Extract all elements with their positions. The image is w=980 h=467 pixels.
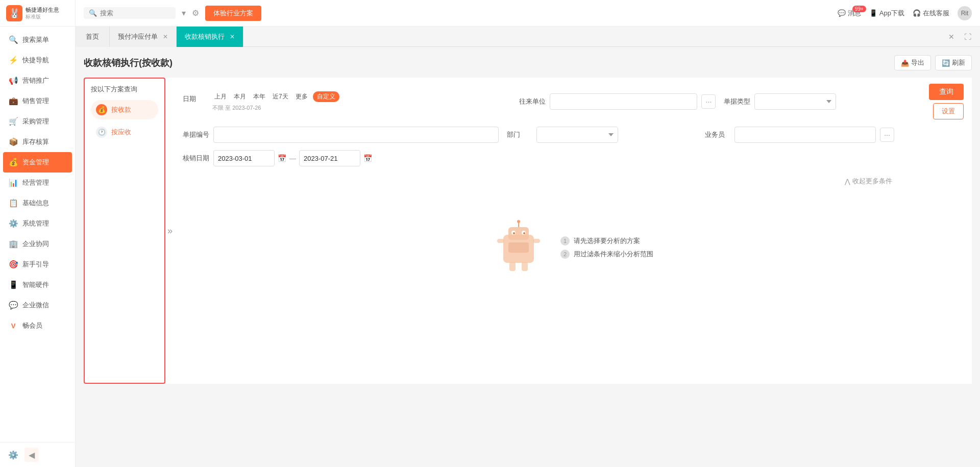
sidebar-item-finance[interactable]: 💰 资金管理 xyxy=(3,152,72,173)
settings-icon[interactable]: ⚙ xyxy=(192,8,199,18)
phone-icon: 📱 xyxy=(869,9,877,17)
sidebar-item-vip[interactable]: V 畅会员 xyxy=(0,315,75,336)
industry-solution-button[interactable]: 体验行业方案 xyxy=(205,6,261,21)
sidebar-item-basic[interactable]: 📋 基础信息 xyxy=(0,193,75,213)
shortcut-this-year[interactable]: 本年 xyxy=(251,91,267,102)
sidebar-item-operations[interactable]: 📊 经营管理 xyxy=(0,173,75,193)
message-button[interactable]: 💬 消息 99+ xyxy=(838,9,861,18)
tab-prepay-label: 预付冲应付单 xyxy=(118,32,158,41)
sidebar-item-label: 企业协同 xyxy=(22,239,49,249)
hint-text-1: 请先选择要分析的方案 xyxy=(574,236,640,245)
form-row-2: 单据编号 部门 业务员 ··· xyxy=(183,127,964,143)
date-to-display: 至 2023-07-26 xyxy=(225,105,261,111)
sidebar-item-search[interactable]: 🔍 搜索菜单 xyxy=(0,30,75,50)
vip-icon: V xyxy=(8,321,18,331)
verify-start-input[interactable] xyxy=(213,150,275,166)
calendar-end-icon[interactable]: 📅 xyxy=(363,154,372,162)
hint-number-1: 1 xyxy=(560,236,570,245)
collapse-button[interactable]: ◀ xyxy=(24,448,39,462)
settings-button[interactable]: ⚙️ xyxy=(6,448,20,462)
tab-prepay-close[interactable]: ✕ xyxy=(163,33,168,40)
export-button[interactable]: 📤 导出 xyxy=(894,55,931,70)
verify-end-input[interactable] xyxy=(299,150,360,166)
setting-button[interactable]: 设置 xyxy=(933,103,964,119)
counterpart-input[interactable] xyxy=(550,93,698,110)
sidebar-item-system[interactable]: ⚙️ 系统管理 xyxy=(0,213,75,234)
clipboard-icon: 📋 xyxy=(8,198,18,208)
filter-by-receivable[interactable]: 🕐 按应收 xyxy=(91,122,158,142)
sidebar-item-marketing[interactable]: 📢 营销推广 xyxy=(0,70,75,91)
shortcut-this-month[interactable]: 本月 xyxy=(232,91,248,102)
doc-type-field: 单据类型 xyxy=(724,93,921,110)
more-conditions-label: 收起更多条件 xyxy=(852,177,892,186)
salesperson-more-button[interactable]: ··· xyxy=(880,128,894,142)
svg-rect-8 xyxy=(508,242,529,253)
page-header-actions: 📤 导出 🔄 刷新 xyxy=(894,55,972,70)
export-icon: 📤 xyxy=(901,59,909,67)
page-header: 收款核销执行(按收款) 📤 导出 🔄 刷新 xyxy=(84,55,972,70)
filter-by-receipt[interactable]: 💰 按收款 xyxy=(91,100,158,119)
search-box[interactable]: 🔍 xyxy=(84,7,176,19)
tab-collection-close[interactable]: ✕ xyxy=(230,33,235,40)
collapse-panel-button[interactable]: » xyxy=(167,226,173,236)
sidebar-item-sales[interactable]: 💼 销售管理 xyxy=(0,91,75,111)
search-icon: 🔍 xyxy=(8,35,18,45)
sidebar-item-hardware[interactable]: 📱 智能硬件 xyxy=(0,275,75,295)
svg-rect-1 xyxy=(508,227,529,240)
sidebar: 🐰 畅捷通好生意 标准版 🔍 搜索菜单 ⚡ 快捷导航 📢 营销推广 💼 销售管理… xyxy=(0,0,76,467)
tab-expand-button[interactable]: ⛶ xyxy=(960,29,976,45)
tab-collection[interactable]: 收款核销执行 ✕ xyxy=(177,27,243,47)
tab-close-button[interactable]: ✕ xyxy=(943,29,960,45)
customer-service-label: 在线客服 xyxy=(923,9,949,18)
svg-point-4 xyxy=(513,232,515,234)
salesperson-field: 业务员 ··· xyxy=(705,127,894,143)
sidebar-item-wechat[interactable]: 💬 企业微信 xyxy=(0,295,75,315)
empty-hint-2: 2 用过滤条件来缩小分析范围 xyxy=(560,250,653,259)
dept-label: 部门 xyxy=(507,130,532,139)
filter-by-receipt-label: 按收款 xyxy=(111,105,131,114)
verify-date-field: 核销日期 📅 — 📅 xyxy=(183,150,372,166)
counterpart-more-button[interactable]: ··· xyxy=(701,94,716,109)
svg-rect-12 xyxy=(522,262,528,271)
search-input[interactable] xyxy=(100,9,161,17)
salesperson-label: 业务员 xyxy=(705,130,730,139)
doc-type-select[interactable] xyxy=(754,93,836,110)
sidebar-item-label: 智能硬件 xyxy=(22,280,49,289)
box-icon: 📦 xyxy=(8,137,18,147)
logo-icon: 🐰 xyxy=(6,5,22,21)
dropdown-icon[interactable]: ▾ xyxy=(182,8,186,18)
doc-no-input[interactable] xyxy=(213,127,499,143)
sidebar-item-label: 采购管理 xyxy=(22,117,49,126)
briefcase-icon: 💼 xyxy=(8,96,18,106)
app-name: 畅捷通好生意 xyxy=(26,6,59,13)
more-conditions-toggle[interactable]: ⋀ 收起更多条件 xyxy=(845,174,892,189)
sidebar-item-inventory[interactable]: 📦 库存核算 xyxy=(0,132,75,152)
svg-point-7 xyxy=(517,220,520,223)
shortcut-7days[interactable]: 近7天 xyxy=(271,91,290,102)
query-button[interactable]: 查询 xyxy=(929,84,964,100)
sidebar-item-guide[interactable]: 🎯 新手引导 xyxy=(0,254,75,275)
salesperson-input[interactable] xyxy=(734,127,876,143)
dept-select[interactable] xyxy=(536,127,618,143)
filter-panel: 按以下方案查询 💰 按收款 🕐 按应收 xyxy=(84,78,165,384)
lightning-icon: ⚡ xyxy=(8,55,18,65)
sidebar-item-enterprise[interactable]: 🏢 企业协同 xyxy=(0,234,75,254)
page-title: 收款核销执行(按收款) xyxy=(84,57,173,69)
shortcut-last-month[interactable]: 上月 xyxy=(212,91,229,102)
sidebar-item-quick[interactable]: ⚡ 快捷导航 xyxy=(0,50,75,70)
customer-service-button[interactable]: 🎧 在线客服 xyxy=(913,9,949,18)
topbar: 🔍 ▾ ⚙ 体验行业方案 💬 消息 99+ 📱 App下载 🎧 在线客服 Rit xyxy=(76,0,980,27)
shortcut-custom[interactable]: 自定义 xyxy=(313,91,339,102)
user-initials: Rit xyxy=(961,10,969,17)
tab-home[interactable]: 首页 xyxy=(76,27,110,47)
app-logo: 🐰 畅捷通好生意 标准版 xyxy=(0,0,75,27)
shortcut-more[interactable]: 更多 xyxy=(293,91,310,102)
tab-prepay[interactable]: 预付冲应付单 ✕ xyxy=(110,27,177,47)
app-download-button[interactable]: 📱 App下载 xyxy=(869,9,904,18)
sidebar-item-purchase[interactable]: 🛒 采购管理 xyxy=(0,111,75,132)
user-profile[interactable]: Rit xyxy=(958,6,972,20)
calendar-start-icon[interactable]: 📅 xyxy=(278,154,286,162)
refresh-button[interactable]: 🔄 刷新 xyxy=(935,55,972,70)
message-icon: 💬 xyxy=(838,9,846,17)
app-version: 标准版 xyxy=(26,13,59,20)
